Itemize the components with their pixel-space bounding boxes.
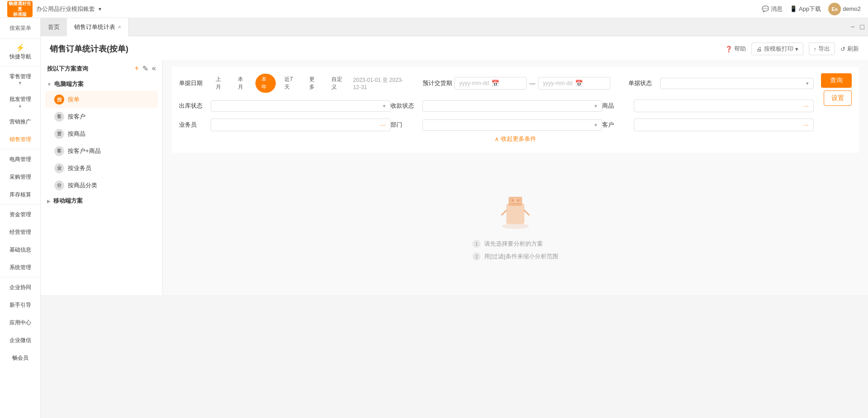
mobile-group-label: 移动端方案 bbox=[53, 197, 83, 205]
mobile-group-header[interactable]: ▶ 移动端方案 bbox=[45, 194, 158, 208]
scheme-item-5[interactable]: 分 按商品分类 bbox=[45, 177, 158, 194]
settings-btn[interactable]: 设置 bbox=[824, 90, 852, 106]
date-btn-thismonth[interactable]: 本月 bbox=[233, 73, 251, 93]
export-btn[interactable]: ↑ 导出 bbox=[809, 43, 835, 55]
sidebar-item-appcenter[interactable]: 应用中心 bbox=[0, 314, 40, 331]
date-btn-more[interactable]: 更多 bbox=[304, 73, 323, 93]
scheme-label-5: 按商品分类 bbox=[68, 181, 97, 190]
svg-line-7 bbox=[524, 210, 529, 215]
add-scheme-btn[interactable]: + bbox=[135, 64, 139, 73]
expected-date-range: yyyy-mm-dd 📅 — yyyy-mm-dd 📅 bbox=[454, 77, 610, 90]
nav-icon: ⚡ bbox=[16, 43, 25, 52]
salesperson-dots[interactable]: ··· bbox=[380, 121, 386, 128]
content-area: 首页 销售订单统计表 × － □ 销售订单统计表(按单) ❓ bbox=[41, 18, 868, 418]
sidebar-item-ecommerce[interactable]: 电商管理 bbox=[0, 150, 40, 168]
sidebar-item-finance[interactable]: 资金管理 bbox=[0, 205, 40, 223]
window-maximize-btn[interactable]: □ bbox=[860, 23, 864, 31]
help-icon: ❓ bbox=[725, 46, 732, 52]
sidebar-item-quicknav[interactable]: ⚡ 快捷导航 bbox=[0, 39, 40, 65]
sidebar-item-member[interactable]: 畅会员 bbox=[0, 349, 40, 366]
date-btn-custom[interactable]: 自定义 bbox=[326, 73, 349, 93]
mobile-arrow-icon: ▶ bbox=[47, 199, 51, 204]
department-select[interactable]: ▾ bbox=[422, 119, 602, 131]
user-avatar[interactable]: Ea demo2 bbox=[828, 3, 861, 15]
scheme-group-header[interactable]: ▼ 电脑端方案 bbox=[45, 77, 158, 91]
status-select[interactable]: ▾ bbox=[660, 78, 814, 89]
sidebar-item-marketing[interactable]: 营销推广 bbox=[0, 113, 40, 130]
page-header: 销售订单统计表(按单) ❓ 帮助 🖨 按模板打印 ▾ ↑ bbox=[41, 36, 868, 60]
empty-state: 1 请先选择要分析的方案 2 用[过滤]条件来缩小分析范围 bbox=[172, 158, 859, 288]
right-panel: 单据日期 上月 本月 本年 近7天 更多 自定义 bbox=[163, 60, 868, 295]
sales-label: 销售管理 bbox=[9, 136, 31, 143]
customer-dots[interactable]: ··· bbox=[803, 121, 809, 128]
sidebar-item-sales[interactable]: 销售管理 bbox=[0, 130, 40, 148]
delivery-select[interactable]: ▾ bbox=[211, 100, 391, 112]
tab-sales-stats[interactable]: 销售订单统计表 × bbox=[67, 18, 129, 36]
refresh-btn[interactable]: ↺ 刷新 bbox=[840, 45, 859, 53]
goods-select[interactable]: ··· bbox=[634, 100, 814, 112]
scheme-icon-4: 业 bbox=[54, 163, 64, 173]
scheme-item-1[interactable]: 客 按客户 bbox=[45, 108, 158, 125]
logo: 畅捷通好生意标准版 bbox=[7, 1, 33, 17]
query-btn[interactable]: 查询 bbox=[821, 73, 852, 88]
scheme-item-0[interactable]: 按 按单 bbox=[45, 91, 158, 108]
collapse-label: 收起更多条件 bbox=[501, 135, 536, 143]
date-btn-7days[interactable]: 近7天 bbox=[279, 73, 301, 93]
delivery-label: 出库状态 bbox=[179, 102, 211, 110]
scheme-icon-2: 货 bbox=[54, 129, 64, 139]
scheme-label-1: 按客户 bbox=[68, 113, 85, 121]
message-btn[interactable]: 💬 消息 bbox=[762, 5, 783, 13]
salesperson-select[interactable]: ··· bbox=[211, 119, 391, 131]
print-btn[interactable]: 🖨 按模板打印 ▾ bbox=[751, 43, 803, 55]
customer-filter: 客户 ··· bbox=[602, 119, 814, 131]
sidebar-item-sysadmin[interactable]: 系统管理 bbox=[0, 258, 40, 276]
sidebar-item-newbie[interactable]: 新手引导 bbox=[0, 296, 40, 314]
empty-illustration bbox=[493, 185, 538, 231]
scheme-item-3[interactable]: 客 按客户+商品 bbox=[45, 142, 158, 160]
two-panel: 按以下方案查询 + ✎ « ▼ 电脑端方案 bbox=[41, 60, 868, 295]
left-panel-title: 按以下方案查询 bbox=[47, 65, 88, 73]
export-icon: ↑ bbox=[814, 46, 817, 52]
corpwechat-label: 企业微信 bbox=[9, 337, 31, 344]
date-btn-lastmonth[interactable]: 上月 bbox=[211, 73, 229, 93]
sidebar-item-inventory[interactable]: 库存核算 bbox=[0, 185, 40, 203]
svg-line-6 bbox=[502, 210, 506, 215]
calendar-icon-2: 📅 bbox=[575, 80, 583, 87]
top-bar-right: 💬 消息 📱 App下载 Ea demo2 bbox=[762, 3, 861, 15]
scheme-item-2[interactable]: 货 按商品 bbox=[45, 125, 158, 142]
date-btn-thisyear[interactable]: 本年 bbox=[255, 74, 276, 93]
app-download-btn[interactable]: 📱 App下载 bbox=[790, 5, 821, 13]
edit-scheme-btn[interactable]: ✎ bbox=[142, 64, 148, 73]
sidebar-item-retail[interactable]: 零售管理 ▼ bbox=[0, 67, 40, 90]
goods-dots[interactable]: ··· bbox=[803, 102, 809, 109]
page-inner: 销售订单统计表(按单) ❓ 帮助 🖨 按模板打印 ▾ ↑ bbox=[41, 36, 868, 295]
search-menu-btn[interactable]: 搜索菜单 bbox=[4, 23, 37, 34]
sidebar-item-purchase[interactable]: 采购管理 bbox=[0, 168, 40, 185]
left-panel: 按以下方案查询 + ✎ « ▼ 电脑端方案 bbox=[41, 60, 163, 295]
retail-label: 零售管理 bbox=[9, 73, 31, 81]
sidebar-item-basicinfo[interactable]: 基础信息 bbox=[0, 241, 40, 258]
window-minimize-btn[interactable]: － bbox=[849, 22, 856, 32]
filter-section: 单据日期 上月 本月 本年 近7天 更多 自定义 bbox=[172, 67, 859, 153]
collapse-panel-btn[interactable]: « bbox=[152, 64, 156, 73]
scheme-item-4[interactable]: 业 按业务员 bbox=[45, 160, 158, 177]
tab-home[interactable]: 首页 bbox=[41, 18, 67, 36]
sidebar-item-ops[interactable]: 经营管理 bbox=[0, 223, 40, 241]
sidebar-item-corpwechat[interactable]: 企业微信 bbox=[0, 331, 40, 349]
customer-select[interactable]: ··· bbox=[634, 119, 814, 131]
sidebar-item-wholesale[interactable]: 批发管理 ▲ bbox=[0, 90, 40, 113]
scheme-label-3: 按客户+商品 bbox=[68, 147, 101, 155]
help-btn[interactable]: ❓ 帮助 bbox=[725, 45, 746, 53]
sidebar-item-cooperation[interactable]: 企业协同 bbox=[0, 278, 40, 296]
scheme-icon-3: 客 bbox=[54, 146, 64, 156]
title-dropdown[interactable]: ▾ bbox=[99, 6, 101, 12]
tab-close-btn[interactable]: × bbox=[118, 24, 121, 30]
ecommerce-label: 电商管理 bbox=[9, 156, 31, 163]
payment-select[interactable]: ▾ bbox=[422, 100, 602, 112]
tip-num-2: 2 bbox=[472, 252, 481, 261]
expected-date-end[interactable]: yyyy-mm-dd 📅 bbox=[538, 77, 610, 90]
expected-date-start[interactable]: yyyy-mm-dd 📅 bbox=[454, 77, 527, 90]
collapse-btn[interactable]: ∧ 收起更多条件 bbox=[179, 131, 852, 147]
department-label: 部门 bbox=[391, 121, 422, 129]
tip-text-2: 用[过滤]条件来缩小分析范围 bbox=[484, 252, 558, 261]
